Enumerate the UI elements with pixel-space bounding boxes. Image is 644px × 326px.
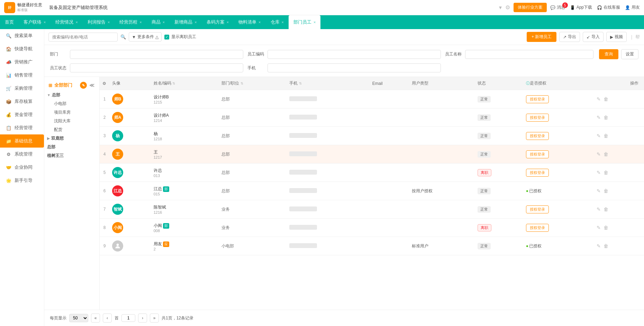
- tab-close-new-goods[interactable]: ×: [194, 20, 197, 24]
- add-employee-button[interactable]: + 新增员工: [527, 32, 556, 42]
- delete-icon[interactable]: 🗑: [604, 151, 608, 157]
- tab-operation[interactable]: 经营情况×: [51, 15, 82, 29]
- import-button[interactable]: ↙ 导入: [583, 32, 604, 42]
- sidebar-item-inventory[interactable]: 📦 库存核算: [0, 95, 44, 108]
- tab-close-goods[interactable]: ×: [163, 20, 165, 24]
- sidebar-item-guide[interactable]: 🌟 新手引导: [0, 174, 44, 187]
- delete-icon[interactable]: 🗑: [604, 206, 608, 212]
- app-download-action[interactable]: 📱 App下载: [570, 5, 592, 10]
- prev-page-button[interactable]: ‹: [103, 314, 112, 323]
- tab-bom[interactable]: 物料清单×: [234, 15, 265, 29]
- search-button[interactable]: 🔍: [120, 34, 126, 39]
- edit-icon[interactable]: ✎: [597, 133, 601, 139]
- filter-set-button[interactable]: 设置: [621, 49, 638, 59]
- dept-node-shenyang[interactable]: 沈阳大库: [47, 117, 97, 125]
- sidebar-item-basic[interactable]: 📁 基础信息: [0, 134, 44, 148]
- delete-icon[interactable]: 🗑: [604, 188, 608, 194]
- sidebar-item-purchase[interactable]: 🛒 采购管理: [0, 82, 44, 95]
- tab-close-operation[interactable]: ×: [75, 20, 78, 24]
- delete-icon[interactable]: 🗑: [604, 96, 608, 102]
- dept-collapse-button[interactable]: ≪: [88, 82, 95, 89]
- tab-close-bom[interactable]: ×: [258, 20, 261, 24]
- edit-icon[interactable]: ✎: [597, 243, 601, 249]
- sidebar-item-marketing[interactable]: 📣 营销推广: [0, 55, 44, 69]
- export-button[interactable]: ↗ 导出: [559, 32, 580, 42]
- tab-barcode[interactable]: 条码方案×: [202, 15, 234, 29]
- next-page-button[interactable]: ›: [138, 314, 147, 323]
- show-resigned-checkbox[interactable]: ✓: [164, 35, 169, 39]
- col-name[interactable]: 姓名/编码 ⇅: [151, 77, 219, 90]
- dept-node-distribution[interactable]: 配货: [47, 125, 97, 134]
- dept-edit-button[interactable]: ✎: [80, 82, 87, 89]
- auth-button[interactable]: 授权登录: [526, 95, 549, 103]
- auth-button[interactable]: 授权登录: [526, 114, 549, 122]
- tab-new-goods[interactable]: 新增商品×: [170, 15, 201, 29]
- system-title-dropdown-icon[interactable]: ▾: [499, 4, 502, 11]
- sidebar-item-finance[interactable]: 💰 资金管理: [0, 108, 44, 121]
- delete-icon[interactable]: 🗑: [604, 115, 608, 120]
- delete-icon[interactable]: 🗑: [604, 133, 608, 139]
- auth-button[interactable]: 授权登录: [526, 224, 549, 232]
- col-phone[interactable]: 手机 ⇅: [287, 77, 369, 90]
- dept-node-xiaodibu[interactable]: 小电部: [47, 99, 97, 108]
- sort-phone-icon[interactable]: ⇅: [299, 81, 302, 85]
- auth-button[interactable]: 授权登录: [526, 169, 549, 177]
- show-resigned-toggle[interactable]: ✓ 显示离职员工: [164, 34, 196, 40]
- filter-phone-input[interactable]: [267, 63, 441, 72]
- delete-icon[interactable]: 🗑: [604, 225, 608, 230]
- edit-icon[interactable]: ✎: [597, 225, 601, 230]
- tab-profit[interactable]: 利润报告×: [83, 15, 115, 29]
- sort-dept-icon[interactable]: ⇅: [241, 81, 243, 85]
- filter-dept-select[interactable]: [70, 50, 243, 59]
- sort-name-icon[interactable]: ⇅: [172, 81, 175, 85]
- col-settings[interactable]: ⚙: [100, 77, 109, 90]
- delete-icon[interactable]: 🗑: [604, 243, 608, 249]
- col-dept[interactable]: 部门/职位 ⇅: [219, 77, 287, 90]
- tab-warehouse[interactable]: 仓库×: [266, 15, 289, 29]
- tab-employee[interactable]: 部门员工×: [289, 15, 320, 29]
- tab-close-profit[interactable]: ×: [108, 20, 110, 24]
- tab-goods[interactable]: 商品×: [147, 15, 170, 29]
- sidebar-item-nav[interactable]: 🏠 快捷导航: [0, 42, 44, 55]
- settings-icon[interactable]: ⚙: [505, 4, 510, 11]
- last-page-button[interactable]: »: [150, 314, 159, 323]
- dept-node-zhishu[interactable]: 植树王三: [47, 151, 97, 160]
- more-filter-button[interactable]: ▼ 更多条件 △: [129, 32, 162, 42]
- filter-code-input[interactable]: [267, 50, 441, 59]
- tab-close-warehouse[interactable]: ×: [282, 20, 284, 24]
- message-action[interactable]: 💬 5 消息: [550, 5, 565, 10]
- filter-search-button[interactable]: 查询: [599, 49, 618, 59]
- page-size-select[interactable]: 50 100: [69, 314, 88, 322]
- filter-name-input[interactable]: [465, 50, 593, 59]
- video-button[interactable]: ▶ 视频: [606, 32, 627, 42]
- tab-home[interactable]: 首页: [0, 15, 19, 29]
- delete-icon[interactable]: 🗑: [604, 170, 608, 175]
- sidebar-item-collab[interactable]: 🤝 企业协同: [0, 161, 44, 174]
- dept-node-zongbu[interactable]: 总部: [47, 143, 97, 151]
- sidebar-item-system[interactable]: ⚙ 系统管理: [0, 148, 44, 161]
- edit-icon[interactable]: ✎: [597, 115, 601, 120]
- edit-icon[interactable]: ✎: [597, 170, 601, 175]
- try-solution-button[interactable]: 体验行业方案: [514, 3, 547, 12]
- online-service-action[interactable]: 🎧 在线客服: [597, 5, 620, 10]
- dept-node-project[interactable]: 项目库房: [47, 108, 97, 117]
- sidebar-item-sales[interactable]: 📊 销售管理: [0, 69, 44, 82]
- tab-history[interactable]: 经营历程×: [115, 15, 146, 29]
- edit-icon[interactable]: ✎: [597, 188, 601, 194]
- filter-status-select[interactable]: [70, 63, 243, 72]
- help-button[interactable]: ｜ 帮: [629, 34, 640, 40]
- edit-icon[interactable]: ✎: [597, 206, 601, 212]
- tab-close-customer[interactable]: ×: [44, 20, 46, 24]
- edit-icon[interactable]: ✎: [597, 96, 601, 102]
- first-page-button[interactable]: «: [91, 314, 100, 323]
- current-page-input[interactable]: [121, 314, 135, 322]
- auth-button[interactable]: 授权登录: [526, 150, 549, 158]
- tab-close-barcode[interactable]: ×: [227, 20, 229, 24]
- tab-customer[interactable]: 客户联络×: [19, 15, 51, 29]
- auth-button[interactable]: 授权登录: [526, 205, 549, 213]
- tab-close-employee[interactable]: ×: [314, 20, 316, 24]
- dept-node-general[interactable]: ▼ 总部: [47, 91, 97, 99]
- auth-button[interactable]: 授权登录: [526, 132, 549, 140]
- dept-node-shuanglu[interactable]: ▶ 双鹿想: [47, 134, 97, 143]
- sidebar-item-search[interactable]: 🔍 搜索菜单: [0, 29, 44, 42]
